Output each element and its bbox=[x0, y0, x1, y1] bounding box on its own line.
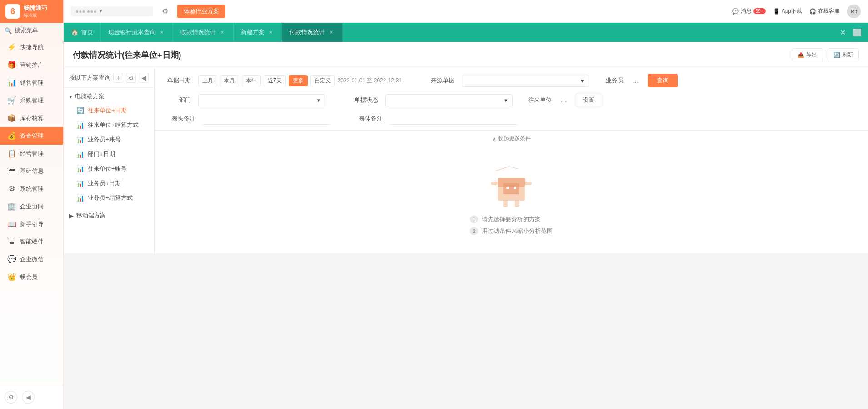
member-icon: 👑 bbox=[7, 273, 16, 281]
scheme-group-pc-header[interactable]: ▾ 电脑端方案 bbox=[64, 90, 154, 103]
tab-close-icon[interactable]: × bbox=[267, 29, 274, 36]
sidebar-item-inventory[interactable]: 📦 库存核算 bbox=[0, 109, 63, 127]
tab-bank-flow[interactable]: 现金银行流水查询 × bbox=[101, 23, 173, 42]
sidebar-item-weixin[interactable]: 💬 企业微信 bbox=[0, 250, 63, 268]
scheme-group-mobile: ▶ 移动端方案 bbox=[64, 207, 154, 224]
hint-num-1: 1 bbox=[470, 215, 478, 223]
tab-home[interactable]: 🏠 首页 bbox=[64, 23, 101, 42]
date-this-year-btn[interactable]: 本年 bbox=[242, 75, 261, 86]
date-7days-btn[interactable]: 近7天 bbox=[264, 75, 286, 86]
dept-chevron-icon: ▾ bbox=[317, 97, 320, 104]
sidebar-item-finance[interactable]: 💰 资金管理 bbox=[0, 127, 63, 145]
filter-row-3: 表头备注 表体备注 bbox=[164, 113, 859, 125]
scheme-item-icon: 📊 bbox=[76, 136, 84, 143]
table-body-remark-input[interactable] bbox=[390, 113, 517, 125]
date-last-month-btn[interactable]: 上月 bbox=[198, 75, 217, 86]
add-scheme-btn[interactable]: + bbox=[113, 73, 123, 83]
close-all-tabs-btn[interactable]: ✕ bbox=[836, 26, 849, 39]
collapse-triangle-icon: ▾ bbox=[69, 93, 72, 100]
tab-collection-stat[interactable]: 收款情况统计 × bbox=[173, 23, 234, 42]
sidebar-item-marketing[interactable]: 🎁 营销推广 bbox=[0, 56, 63, 74]
enterprise-icon: 🏢 bbox=[7, 202, 16, 211]
scheme-panel-title: 按以下方案查询 bbox=[69, 74, 110, 82]
expand-triangle-icon: ▶ bbox=[69, 212, 74, 219]
hint-text-2: 用过滤条件来缩小分析范围 bbox=[482, 227, 553, 235]
refresh-icon: 🔄 bbox=[833, 52, 840, 58]
sidebar-item-guide[interactable]: 📖 新手引导 bbox=[0, 215, 63, 233]
collapse-bar[interactable]: ∧ 收起更多条件 bbox=[155, 131, 868, 146]
scheme-settings-btn[interactable]: ⚙ bbox=[126, 73, 136, 83]
sidebar-settings-btn[interactable]: ⚙ bbox=[5, 391, 17, 404]
scheme-item-partner-settle[interactable]: 📊 往来单位+结算方式 bbox=[64, 118, 154, 132]
message-label: 消息 bbox=[741, 7, 752, 15]
partner-dots[interactable]: ... bbox=[559, 96, 569, 104]
tab-close-icon[interactable]: × bbox=[219, 29, 226, 36]
scheme-item-label: 部门+日期 bbox=[88, 150, 115, 158]
tab-close-icon[interactable]: × bbox=[158, 29, 165, 36]
sidebar-item-label: 资金管理 bbox=[20, 132, 44, 140]
tab-payment-stat[interactable]: 付款情况统计 × bbox=[282, 23, 343, 42]
sidebar-item-purchase[interactable]: 🛒 采购管理 bbox=[0, 91, 63, 109]
topbar-settings-btn[interactable]: ⚙ bbox=[158, 5, 172, 18]
user-avatar[interactable]: Rit bbox=[847, 5, 861, 18]
scheme-item-salesperson-date[interactable]: 📊 业务员+日期 bbox=[64, 176, 154, 191]
sidebar-item-basic[interactable]: 🗃 基础信息 bbox=[0, 162, 63, 180]
finance-icon: 💰 bbox=[7, 131, 16, 140]
query-btn[interactable]: 查询 bbox=[648, 74, 678, 87]
settings-btn[interactable]: 设置 bbox=[576, 93, 601, 107]
right-content: 单据日期 上月 本月 本年 近7天 更多 自定义 2022-01-01 至 20… bbox=[155, 68, 868, 253]
sidebar-collapse-btn[interactable]: ◀ bbox=[22, 391, 35, 404]
scheme-item-partner-account[interactable]: 📊 往来单位+账号 bbox=[64, 162, 154, 176]
maximize-btn[interactable]: ⬜ bbox=[851, 26, 863, 39]
source-doc-select[interactable]: ▾ bbox=[462, 75, 589, 87]
tab-close-icon[interactable]: × bbox=[328, 29, 335, 36]
date-custom-btn[interactable]: 自定义 bbox=[310, 75, 335, 86]
scheme-item-icon: 🔄 bbox=[76, 107, 84, 114]
scheme-item-partner-date[interactable]: 🔄 往来单位+日期 bbox=[64, 103, 154, 118]
inventory-icon: 📦 bbox=[7, 114, 16, 122]
dept-select[interactable]: ▾ bbox=[198, 94, 325, 106]
online-service-btn[interactable]: 🎧 在线客服 bbox=[809, 7, 840, 15]
scheme-item-icon: 📊 bbox=[76, 180, 84, 187]
scheme-item-salesperson-settle[interactable]: 📊 业务员+结算方式 bbox=[64, 191, 154, 205]
sidebar-item-system[interactable]: ⚙ 系统管理 bbox=[0, 180, 63, 197]
sidebar-item-enterprise[interactable]: 🏢 企业协同 bbox=[0, 197, 63, 215]
date-this-month-btn[interactable]: 本月 bbox=[220, 75, 239, 86]
scheme-item-dept-date[interactable]: 📊 部门+日期 bbox=[64, 147, 154, 162]
sidebar-item-quick-nav[interactable]: ⚡ 快捷导航 bbox=[0, 38, 63, 56]
logo-icon: 6 bbox=[5, 4, 20, 19]
sidebar-item-sales[interactable]: 📊 销售管理 bbox=[0, 74, 63, 91]
refresh-btn[interactable]: 🔄 刷新 bbox=[828, 48, 859, 61]
scheme-group-mobile-header[interactable]: ▶ 移动端方案 bbox=[64, 209, 154, 222]
sidebar-item-member[interactable]: 👑 畅会员 bbox=[0, 268, 63, 286]
trial-btn[interactable]: 体验行业方案 bbox=[177, 5, 225, 18]
tab-new-scheme[interactable]: 新建方案 × bbox=[234, 23, 282, 42]
table-header-remark-input[interactable] bbox=[203, 113, 330, 125]
collapse-icon: ∧ bbox=[492, 136, 496, 142]
avatar-text: Rit bbox=[847, 5, 861, 18]
scheme-item-salesperson-account[interactable]: 📊 业务员+账号 bbox=[64, 132, 154, 147]
message-btn[interactable]: 💬 消息 99+ bbox=[732, 7, 766, 15]
weixin-icon: 💬 bbox=[7, 255, 16, 263]
sidebar-search[interactable]: 🔍 搜索菜单 bbox=[0, 23, 63, 38]
scheme-group-pc: ▾ 电脑端方案 🔄 往来单位+日期 📊 往来单位+结算方式 📊 业务员+账号 bbox=[64, 88, 154, 207]
scheme-item-icon: 📊 bbox=[76, 165, 84, 172]
sidebar-item-label: 销售管理 bbox=[20, 79, 44, 87]
main-body: 按以下方案查询 + ⚙ ◀ ▾ 电脑端方案 🔄 往来单位+日期 bbox=[64, 68, 868, 253]
sidebar-item-business[interactable]: 📋 经营管理 bbox=[0, 145, 63, 162]
app-download-btn[interactable]: 📱 App下载 bbox=[773, 7, 802, 15]
doc-status-select[interactable]: ▾ bbox=[385, 94, 513, 106]
date-range-text: 2022-01-01 至 2022-12-31 bbox=[338, 77, 402, 85]
tabbar-actions: ✕ ⬜ bbox=[832, 23, 868, 42]
date-more-btn[interactable]: 更多 bbox=[289, 75, 308, 86]
logo-sub: 标准版 bbox=[24, 12, 47, 19]
main: ●●● ●●● ▾ ⚙ 体验行业方案 💬 消息 99+ 📱 App下载 🎧 在线… bbox=[64, 0, 868, 409]
salesperson-dots[interactable]: ... bbox=[631, 76, 640, 85]
doc-status-label: 单据状态 bbox=[342, 96, 378, 104]
export-btn[interactable]: 📤 导出 bbox=[792, 48, 823, 61]
tab-label: 首页 bbox=[81, 28, 93, 36]
sales-icon: 📊 bbox=[7, 78, 16, 87]
scheme-collapse-btn[interactable]: ◀ bbox=[139, 73, 149, 83]
sidebar-item-hardware[interactable]: 🖥 智能硬件 bbox=[0, 233, 63, 250]
table-body-remark-label: 表体备注 bbox=[351, 115, 383, 123]
